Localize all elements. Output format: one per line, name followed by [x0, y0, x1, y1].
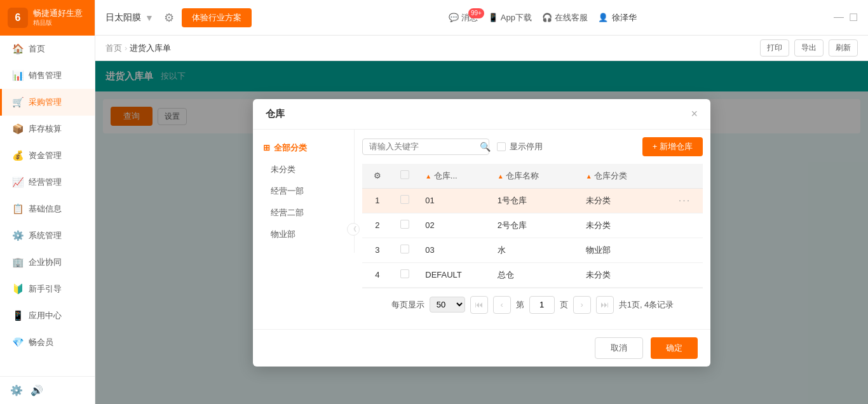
next-page-button[interactable]: ›	[573, 296, 591, 314]
table-toolbar: 🔍 显示停用 + 新增仓库	[362, 137, 703, 156]
breadcrumb-sep: ›	[125, 43, 127, 53]
sidebar-item-enterprise[interactable]: 🏢 企业协同	[0, 249, 95, 276]
sidebar-item-basic[interactable]: 📋 基础信息	[0, 196, 95, 222]
show-disabled-toggle[interactable]: 显示停用	[497, 141, 543, 152]
category-all-label: 全部分类	[274, 142, 307, 154]
first-page-button[interactable]: ⏮	[470, 296, 488, 314]
prev-page-button[interactable]: ‹	[493, 296, 511, 314]
sidebar-label-sales: 销售管理	[29, 70, 62, 81]
sidebar-item-finance[interactable]: 💰 资金管理	[0, 142, 95, 169]
per-page-select[interactable]: 50 10 20 100	[430, 297, 465, 313]
topbar-gear-icon[interactable]: ⚙	[164, 11, 174, 25]
row-num: 3	[362, 238, 393, 262]
table-row[interactable]: 1 01 1号仓库 未分类 ···	[362, 188, 703, 213]
col-header-cat: ▲ 仓库分类	[578, 164, 667, 189]
confirm-button[interactable]: 确定	[651, 337, 698, 359]
topbar-right: 💬 消息 99+ 📱 App下载 🎧 在线客服 👤 徐泽华	[449, 12, 637, 24]
table-row[interactable]: 2 02 2号仓库 未分类	[362, 213, 703, 238]
sidebar-item-home[interactable]: 🏠 首页	[0, 36, 95, 62]
user-avatar[interactable]: 👤 徐泽华	[598, 12, 637, 24]
home-icon: 🏠	[12, 43, 24, 55]
row-checkbox[interactable]	[400, 269, 409, 278]
sidebar-item-member[interactable]: 💎 畅会员	[0, 329, 95, 356]
sidebar-item-system[interactable]: ⚙️ 系统管理	[0, 222, 95, 249]
breadcrumb-home[interactable]: 首页	[105, 43, 122, 54]
row-more[interactable]: ···	[667, 188, 703, 213]
dialog-footer: 取消 确定	[253, 329, 710, 367]
last-page-button[interactable]: ⏭	[596, 296, 614, 314]
speaker-icon[interactable]: 🔊	[31, 384, 43, 396]
row-cat: 未分类	[578, 188, 667, 213]
dialog-overlay: 仓库 × ⊞ 全部分类 未分类	[95, 61, 868, 404]
app-download-link[interactable]: 📱 App下载	[488, 12, 532, 24]
minimize-button[interactable]: —	[834, 11, 844, 24]
category-item-dept1[interactable]: 经营一部	[253, 180, 354, 202]
cat-property-label: 物业部	[271, 229, 295, 239]
breadcrumb-current: 进货入库单	[130, 43, 171, 54]
gear-th-icon[interactable]: ⚙	[374, 171, 381, 180]
search-box[interactable]: 🔍	[362, 138, 489, 155]
message-icon: 💬	[449, 13, 459, 22]
col-header-name: ▲ 仓库名称	[490, 164, 578, 189]
sidebar-collapse-button[interactable]: 《	[347, 223, 360, 236]
finance-icon: 💰	[12, 150, 24, 161]
table-row[interactable]: 3 03 水 物业部	[362, 238, 703, 262]
dialog-close-button[interactable]: ×	[691, 108, 698, 119]
sidebar-item-operations[interactable]: 📈 经营管理	[0, 169, 95, 196]
dialog-header: 仓库 ×	[253, 99, 710, 130]
row-cat: 未分类	[578, 262, 667, 287]
maximize-button[interactable]: ☐	[849, 11, 858, 24]
table-row[interactable]: 4 DEFAULT 总仓 未分类	[362, 262, 703, 287]
row-checkbox[interactable]	[400, 245, 409, 253]
more-dots-icon[interactable]: ···	[679, 195, 691, 206]
row-name: 1号仓库	[490, 188, 578, 213]
row-checkbox[interactable]	[400, 195, 409, 204]
category-item-uncat[interactable]: 未分类	[253, 159, 354, 180]
row-cat: 物业部	[578, 238, 667, 262]
avatar-icon: 👤	[598, 13, 608, 22]
sidebar-item-inventory[interactable]: 📦 库存核算	[0, 116, 95, 142]
row-name: 2号仓库	[490, 213, 578, 238]
trial-button[interactable]: 体验行业方案	[182, 8, 252, 27]
sort-code-icon[interactable]: ▲	[425, 173, 431, 180]
messages-badge[interactable]: 💬 消息 99+	[449, 12, 478, 24]
show-disabled-checkbox[interactable]	[497, 142, 506, 151]
store-selector[interactable]: 日太阳膜 ▼	[105, 12, 154, 24]
category-item-dept2[interactable]: 经营二部	[253, 202, 354, 224]
print-button[interactable]: 打印	[760, 39, 789, 57]
page-controls: 打印 导出 刷新	[760, 39, 858, 57]
settings-bottom-icon[interactable]: ⚙️	[10, 384, 23, 396]
online-service-link[interactable]: 🎧 在线客服	[542, 12, 588, 24]
row-more[interactable]	[667, 238, 703, 262]
search-input[interactable]	[369, 142, 476, 151]
add-warehouse-button[interactable]: + 新增仓库	[642, 137, 703, 156]
page-label: 第	[516, 299, 524, 311]
row-name: 水	[490, 238, 578, 262]
row-more[interactable]	[667, 213, 703, 238]
sort-name-icon[interactable]: ▲	[498, 173, 504, 180]
row-checkbox-cell[interactable]	[393, 262, 418, 287]
sidebar-label-purchase: 采购管理	[29, 97, 62, 108]
select-all-checkbox[interactable]	[400, 170, 409, 179]
row-checkbox[interactable]	[400, 220, 409, 229]
sidebar-item-purchase[interactable]: 🛒 采购管理	[0, 89, 95, 116]
refresh-button[interactable]: 刷新	[829, 39, 858, 57]
store-dropdown-arrow: ▼	[145, 13, 154, 23]
category-all[interactable]: ⊞ 全部分类	[253, 137, 354, 159]
row-checkbox-cell[interactable]	[393, 238, 418, 262]
cat-dept2-label: 经营二部	[271, 208, 304, 217]
sidebar-item-sales[interactable]: 📊 销售管理	[0, 62, 95, 89]
sidebar-label-finance: 资金管理	[29, 150, 62, 161]
cancel-button[interactable]: 取消	[595, 337, 643, 359]
category-item-property[interactable]: 物业部	[253, 224, 354, 245]
row-checkbox-cell[interactable]	[393, 188, 418, 213]
sidebar-item-guide[interactable]: 🔰 新手引导	[0, 276, 95, 302]
page-number-input[interactable]	[529, 296, 555, 314]
logo-icon: 6	[8, 8, 28, 28]
sidebar-item-appstore[interactable]: 📱 应用中心	[0, 302, 95, 329]
row-checkbox-cell[interactable]	[393, 213, 418, 238]
sort-cat-icon[interactable]: ▲	[586, 173, 592, 180]
sidebar-label-inventory: 库存核算	[29, 123, 62, 135]
export-button[interactable]: 导出	[794, 39, 824, 57]
row-more[interactable]	[667, 262, 703, 287]
